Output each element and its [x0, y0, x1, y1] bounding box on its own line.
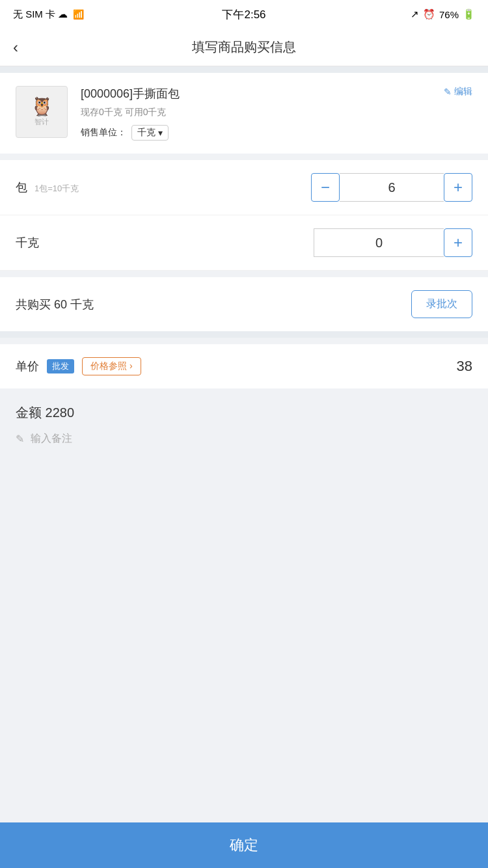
edit-icon: ✎: [444, 87, 452, 97]
confirm-button[interactable]: 确定: [0, 822, 488, 868]
product-card: 🦉 智计 [0000006]手撕面包 现存0千克 可用0千克 销售单位： 千克 …: [0, 73, 488, 154]
unit-select[interactable]: 千克 ▾: [131, 125, 169, 141]
product-stock: 现存0千克 可用0千克: [81, 107, 472, 118]
package-row: 包 1包=10千克 − +: [0, 160, 488, 215]
package-decrement-button[interactable]: −: [311, 173, 340, 202]
product-thumbnail: 🦉 智计: [16, 86, 68, 138]
thumb-label: 智计: [34, 117, 49, 127]
package-sub-text: 1包=10千克: [34, 183, 79, 193]
kilogram-qty-input[interactable]: [314, 228, 444, 257]
kilogram-row: 千克 +: [0, 215, 488, 271]
mid-divider: [0, 331, 488, 338]
location-icon: ↗: [411, 8, 419, 20]
kilogram-qty-control: +: [314, 228, 472, 257]
edit-button[interactable]: ✎ 编辑: [444, 86, 472, 98]
unit-arrow: ▾: [158, 128, 163, 138]
package-increment-button[interactable]: +: [444, 173, 472, 202]
package-label-text: 包: [16, 181, 27, 194]
wifi-icon: 📶: [73, 9, 84, 20]
product-info: [0000006]手撕面包 现存0千克 可用0千克 销售单位： 千克 ▾: [81, 86, 472, 141]
price-value: 38: [457, 358, 472, 375]
batch-button[interactable]: 录批次: [411, 290, 472, 318]
status-left: 无 SIM 卡 ☁ 📶: [13, 8, 84, 21]
total-row: 共购买 60 千克 录批次: [0, 277, 488, 331]
battery-icon: 🔋: [463, 8, 475, 20]
edit-label: 编辑: [454, 86, 472, 98]
product-unit-row: 销售单位： 千克 ▾: [81, 125, 472, 141]
status-right: ↗ ⏰ 76% 🔋: [411, 8, 475, 20]
total-text: 共购买 60 千克: [16, 297, 94, 312]
alarm-icon: ⏰: [423, 8, 435, 20]
package-label: 包 1包=10千克: [16, 180, 311, 195]
status-time: 下午2:56: [222, 7, 265, 22]
price-ref-button[interactable]: 价格参照 ›: [82, 357, 141, 375]
pencil-icon: ✎: [16, 433, 24, 445]
top-divider: [0, 66, 488, 73]
package-qty-input[interactable]: [340, 173, 444, 202]
remark-placeholder: 输入备注: [31, 432, 72, 446]
kilogram-label: 千克: [16, 235, 314, 251]
product-owl-icon: 🦉: [31, 98, 53, 116]
unit-label: 销售单位：: [81, 127, 126, 139]
amount-row: 金额 2280: [16, 404, 472, 422]
status-bar: 无 SIM 卡 ☁ 📶 下午2:56 ↗ ⏰ 76% 🔋: [0, 0, 488, 29]
price-tag: 批发: [47, 359, 74, 373]
price-label: 单价: [16, 359, 39, 374]
page-title: 填写商品购买信息: [192, 38, 296, 56]
package-qty-control: − +: [311, 173, 472, 202]
sim-label: 无 SIM 卡 ☁: [13, 8, 68, 21]
empty-space: [0, 456, 488, 664]
nav-bar: ‹ 填写商品购买信息: [0, 29, 488, 66]
input-section: 包 1包=10千克 − + 千克 +: [0, 160, 488, 271]
battery-level: 76%: [439, 9, 459, 20]
product-name: [0000006]手撕面包: [81, 86, 472, 102]
price-section: 单价 批发 价格参照 › 38: [0, 344, 488, 388]
unit-value: 千克: [137, 127, 156, 139]
amount-section: 金额 2280 ✎ 输入备注: [0, 388, 488, 456]
back-button[interactable]: ‹: [13, 38, 18, 57]
kilogram-increment-button[interactable]: +: [444, 228, 472, 257]
remark-row[interactable]: ✎ 输入备注: [16, 432, 472, 446]
amount-full-text: 金额 2280: [16, 405, 74, 420]
